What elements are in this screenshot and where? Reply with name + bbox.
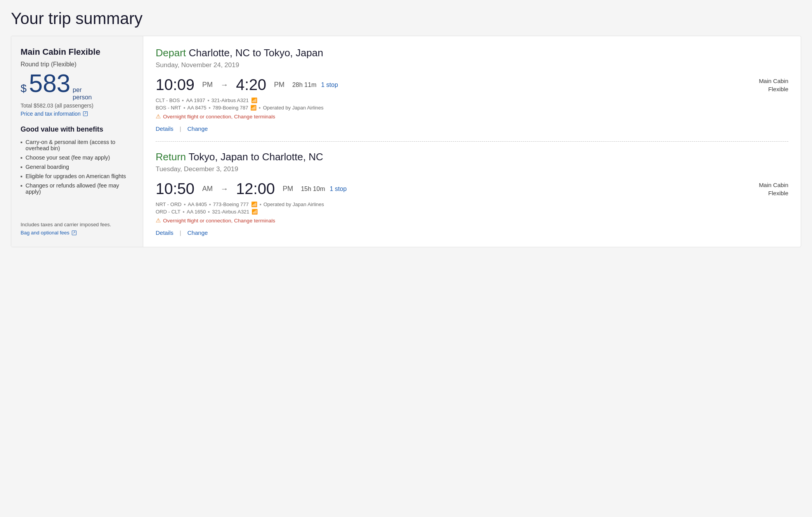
return-segment-2: ORD - CLT AA 1650 321-Airbus A321 📶 (156, 209, 788, 215)
return-word: Return (156, 151, 186, 163)
benefit-item: Changes or refunds allowed (fee may appl… (21, 181, 134, 196)
separator: | (180, 229, 181, 236)
dot (184, 107, 185, 109)
arrow-icon: → (220, 184, 228, 193)
dot (183, 211, 184, 213)
left-panel: Main Cabin Flexible Round trip (Flexible… (11, 36, 143, 247)
duration-stops: 28h 11m 1 stop (292, 82, 338, 88)
price-amount: 583 (29, 71, 71, 96)
depart-details-link[interactable]: Details (156, 125, 174, 132)
depart-segment-2: BOS - NRT AA 8475 789-Boeing 787 📶 Opera… (156, 105, 788, 111)
return-cabin-label: Main CabinFlexible (759, 181, 788, 197)
dot (260, 204, 261, 205)
wifi-icon: 📶 (251, 201, 257, 207)
return-depart-period: AM (202, 185, 213, 193)
depart-header: Depart Charlotte, NC to Tokyo, Japan (156, 47, 788, 59)
return-action-links: Details | Change (156, 229, 788, 236)
return-details-link[interactable]: Details (156, 229, 174, 236)
external-link-icon (83, 111, 88, 116)
dot (259, 107, 260, 109)
depart-warning: ⚠ Overnight flight or connection, Change… (156, 113, 788, 120)
arrow-icon: → (220, 80, 228, 89)
duration: 28h 11m (292, 82, 316, 88)
return-stops-link[interactable]: 1 stop (330, 186, 347, 193)
benefit-item: Carry-on & personal item (access to over… (21, 137, 134, 153)
separator: | (180, 125, 181, 132)
depart-segment-1: CLT - BOS AA 1937 321-Airbus A321 📶 (156, 97, 788, 103)
price-row: $ 583 perperson (21, 71, 134, 101)
wifi-icon: 📶 (250, 105, 257, 111)
benefits-list: Carry-on & personal item (access to over… (21, 137, 134, 196)
dot (209, 107, 210, 109)
dot (208, 100, 209, 101)
flight-divider (156, 141, 788, 142)
dollar-sign: $ (21, 82, 27, 95)
warning-icon: ⚠ (156, 217, 161, 224)
trip-type: Round trip (Flexible) (21, 61, 134, 68)
return-times-row: 10:50 AM → 12:00 PM 15h 10m 1 stop Main … (156, 180, 788, 198)
depart-period: PM (202, 81, 213, 89)
return-segment-1: NRT - ORD AA 8405 773-Boeing 777 📶 Opera… (156, 201, 788, 207)
return-warning: ⚠ Overnight flight or connection, Change… (156, 217, 788, 224)
wifi-icon: 📶 (252, 209, 258, 215)
per-person-label: perperson (73, 86, 92, 101)
left-bottom: Includes taxes and carrier imposed fees.… (21, 222, 134, 236)
total-price: Total $582.03 (all passengers) (21, 102, 134, 109)
return-arrive-time: 12:00 (236, 180, 275, 198)
external-link-icon (72, 231, 76, 235)
warning-icon: ⚠ (156, 113, 161, 120)
bag-fees-link[interactable]: Bag and optional fees (21, 230, 76, 236)
page-title: Your trip summary (11, 9, 801, 28)
arrive-time: 4:20 (236, 76, 266, 94)
dot (208, 211, 210, 213)
stops-link[interactable]: 1 stop (321, 82, 338, 88)
return-arrive-period: PM (283, 185, 293, 193)
trip-summary-card: Main Cabin Flexible Round trip (Flexible… (11, 36, 801, 247)
arrive-period: PM (274, 81, 285, 89)
benefit-item: Choose your seat (fee may apply) (21, 153, 134, 162)
price-tax-link[interactable]: Price and tax information (21, 111, 88, 117)
return-duration-stops: 15h 10m 1 stop (301, 186, 347, 193)
depart-flight-section: Depart Charlotte, NC to Tokyo, Japan Sun… (156, 47, 788, 132)
right-panel: Depart Charlotte, NC to Tokyo, Japan Sun… (143, 36, 801, 247)
depart-date: Sunday, November 24, 2019 (156, 61, 788, 69)
return-date: Tuesday, December 3, 2019 (156, 165, 788, 173)
depart-action-links: Details | Change (156, 125, 788, 132)
depart-change-link[interactable]: Change (187, 125, 208, 132)
dot (209, 204, 211, 205)
benefit-item: Eligible for upgrades on American flight… (21, 172, 134, 181)
dot (184, 204, 186, 205)
depart-time: 10:09 (156, 76, 194, 94)
return-flight-section: Return Tokyo, Japan to Charlotte, NC Tue… (156, 151, 788, 236)
return-duration: 15h 10m (301, 186, 325, 193)
cabin-class-title: Main Cabin Flexible (21, 47, 134, 57)
benefit-item: General boarding (21, 162, 134, 172)
footer-note: Includes taxes and carrier imposed fees. (21, 222, 134, 227)
depart-word: Depart (156, 47, 186, 59)
wifi-icon: 📶 (251, 97, 257, 103)
return-change-link[interactable]: Change (187, 229, 208, 236)
depart-times-row: 10:09 PM → 4:20 PM 28h 11m 1 stop Main C… (156, 76, 788, 94)
dot (182, 100, 184, 101)
depart-cabin-label: Main CabinFlexible (759, 77, 788, 93)
return-header: Return Tokyo, Japan to Charlotte, NC (156, 151, 788, 163)
benefits-title: Good value with benefits (21, 125, 134, 134)
return-depart-time: 10:50 (156, 180, 194, 198)
